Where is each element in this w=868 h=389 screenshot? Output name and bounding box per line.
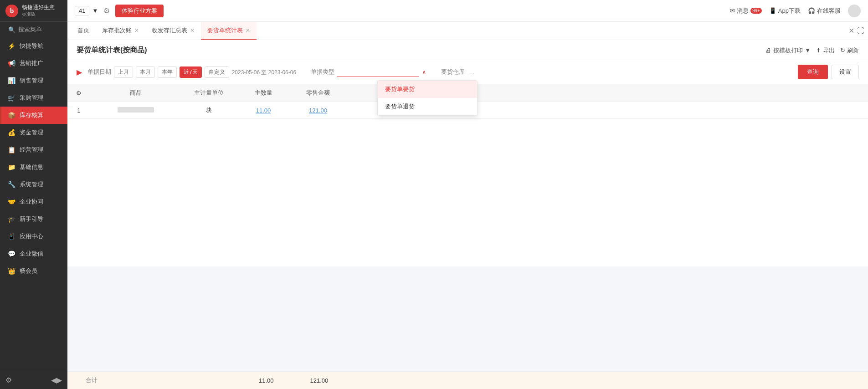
tab-recv-summary-label: 收发存汇总表 xyxy=(152,26,187,35)
operations-icon: 📋 xyxy=(7,146,16,154)
expand-tab-btn[interactable]: ⛶ xyxy=(857,27,864,35)
row-amount[interactable]: 121.00 xyxy=(291,102,345,119)
filter-bar: ▶ 单据日期 上月 本月 本年 近7天 自定义 2023-05-06 至 202… xyxy=(67,60,868,84)
vip-icon: 👑 xyxy=(7,267,16,275)
query-btn[interactable]: 查询 xyxy=(798,65,828,79)
user-avatar[interactable] xyxy=(848,5,861,17)
sidebar-item-finance[interactable]: 💰 资金管理 xyxy=(0,124,67,141)
sidebar-item-wechat[interactable]: 💬 企业微信 xyxy=(0,245,67,262)
sidebar-item-marketing[interactable]: 📢 营销推广 xyxy=(0,55,67,72)
messages-btn[interactable]: ✉ 消息 99+ xyxy=(730,7,762,15)
footer-quantity: 11.00 xyxy=(259,377,274,384)
trial-btn[interactable]: 体验行业方案 xyxy=(115,5,164,17)
filter-toggle-btn[interactable]: ▶ xyxy=(77,68,82,77)
sidebar-item-label: 营销推广 xyxy=(20,59,43,67)
service-icon: 🎧 xyxy=(808,7,815,14)
sidebar-item-sales[interactable]: 📊 销售管理 xyxy=(0,72,67,89)
type-label: 单据类型 xyxy=(311,68,334,76)
col-goods: 商品 xyxy=(90,84,181,102)
col-quantity: 主数量 xyxy=(236,84,291,102)
quantity-link[interactable]: 11.00 xyxy=(256,107,271,114)
warehouse-more-icon[interactable]: ... xyxy=(469,69,474,76)
type-dropdown-popup: 要货单要货 要货单退货 xyxy=(377,80,478,116)
date-label: 单据日期 xyxy=(87,68,111,76)
store-selector[interactable]: 41 ▼ xyxy=(75,6,98,15)
date-this-month-btn[interactable]: 本月 xyxy=(136,67,155,78)
footer-amount: 121.00 xyxy=(310,377,329,384)
tab-recv-summary[interactable]: 收发存汇总表 ✕ xyxy=(145,22,201,40)
row-goods xyxy=(90,102,181,119)
type-select-input[interactable] xyxy=(337,67,419,77)
print-icon: 🖨 xyxy=(765,47,771,54)
date-last-month-btn[interactable]: 上月 xyxy=(114,67,133,78)
sidebar-item-label: 库存核算 xyxy=(20,111,43,119)
dropdown-option-1[interactable]: 要货单退货 xyxy=(378,98,477,115)
sidebar-search[interactable]: 🔍 搜索菜单 xyxy=(0,22,67,37)
tab-recv-summary-close[interactable]: ✕ xyxy=(190,27,195,34)
tab-order-stats-close[interactable]: ✕ xyxy=(246,27,250,34)
sidebar-item-label: 企业协同 xyxy=(20,198,43,206)
messages-label: 消息 xyxy=(737,7,749,15)
sidebar-item-inventory[interactable]: 📦 库存核算 xyxy=(0,107,67,124)
tab-inventory-batch-close[interactable]: ✕ xyxy=(134,27,139,34)
sidebar-item-label: 基础信息 xyxy=(20,163,43,171)
sidebar-item-quick-nav[interactable]: ⚡ 快捷导航 xyxy=(0,37,67,55)
date-custom-btn[interactable]: 自定义 xyxy=(205,67,229,78)
refresh-btn[interactable]: ↻ 刷新 xyxy=(840,46,859,55)
sales-icon: 📊 xyxy=(7,77,16,84)
sidebar-item-cooperation[interactable]: 🤝 企业协同 xyxy=(0,193,67,210)
settings-footer-icon[interactable]: ⚙ xyxy=(5,376,12,384)
store-number: 41 xyxy=(75,6,89,15)
row-quantity[interactable]: 11.00 xyxy=(236,102,291,119)
basic-icon: 📁 xyxy=(7,164,16,171)
logo-text: 畅捷通好生意 xyxy=(22,4,55,11)
app-download-btn[interactable]: 📱 App下载 xyxy=(769,7,801,15)
date-this-year-btn[interactable]: 本年 xyxy=(158,67,177,78)
sidebar-item-apps[interactable]: 📱 应用中心 xyxy=(0,228,67,245)
tab-inventory-batch-label: 库存批次账 xyxy=(102,26,132,35)
page-header: 要货单统计表(按商品) 🖨 按模板打印 ▼ ⬆ 导出 ↻ 刷新 xyxy=(67,40,868,60)
app-download-label: App下载 xyxy=(778,7,801,15)
type-dropdown-arrow[interactable]: ∧ xyxy=(422,69,426,76)
filter-settings-btn[interactable]: 设置 xyxy=(832,65,859,79)
sidebar-search-label: 搜索菜单 xyxy=(18,26,42,34)
tab-inventory-batch[interactable]: 库存批次账 ✕ xyxy=(96,22,145,40)
col-unit: 主计量单位 xyxy=(181,84,236,102)
tab-order-stats[interactable]: 要货单统计表 ✕ xyxy=(201,22,257,40)
print-btn[interactable]: 🖨 按模板打印 ▼ xyxy=(765,46,811,55)
purchase-icon: 🛒 xyxy=(7,94,16,102)
close-all-tabs-btn[interactable]: ✕ xyxy=(848,26,854,35)
online-service-label: 在线客服 xyxy=(817,7,841,15)
sidebar-item-vip[interactable]: 👑 畅会员 xyxy=(0,262,67,280)
wechat-icon: 💬 xyxy=(7,250,16,257)
dropdown-option-0[interactable]: 要货单要货 xyxy=(378,81,477,98)
date-last-7days-btn[interactable]: 近7天 xyxy=(180,67,202,78)
sidebar-item-system[interactable]: 🔧 系统管理 xyxy=(0,176,67,193)
sidebar-item-label: 系统管理 xyxy=(20,180,43,189)
sidebar-item-guide[interactable]: 🎓 新手引导 xyxy=(0,210,67,228)
footer-label: 合计 xyxy=(86,376,177,384)
collapse-icon[interactable]: ◀▶ xyxy=(51,376,62,384)
main-area: 41 ▼ ⚙ 体验行业方案 ✉ 消息 99+ 📱 App下载 🎧 在线客服 xyxy=(67,0,868,389)
apps-icon: 📱 xyxy=(7,233,16,240)
sidebar-item-purchase[interactable]: 🛒 采购管理 xyxy=(0,89,67,107)
refresh-icon: ↻ xyxy=(840,47,845,54)
warehouse-filter-group: 要货仓库 ... xyxy=(441,68,474,76)
message-icon: ✉ xyxy=(730,7,735,14)
tab-home[interactable]: 首页 xyxy=(71,22,96,40)
online-service-btn[interactable]: 🎧 在线客服 xyxy=(808,7,841,15)
sidebar-item-basic[interactable]: 📁 基础信息 xyxy=(0,159,67,176)
sidebar-item-operations[interactable]: 📋 经营管理 xyxy=(0,141,67,159)
page-title: 要货单统计表(按商品) xyxy=(77,46,147,55)
search-icon: 🔍 xyxy=(8,26,15,33)
warehouse-label: 要货仓库 xyxy=(441,68,465,76)
sidebar-item-label: 资金管理 xyxy=(20,128,43,137)
tab-home-label: 首页 xyxy=(77,26,89,35)
sidebar-item-label: 经营管理 xyxy=(20,146,43,154)
topbar-settings-icon[interactable]: ⚙ xyxy=(103,6,110,15)
amount-link[interactable]: 121.00 xyxy=(309,107,327,114)
table-settings-icon[interactable]: ⚙ xyxy=(76,90,82,97)
quick-nav-icon: ⚡ xyxy=(7,42,16,50)
sidebar-item-label: 销售管理 xyxy=(20,77,43,85)
export-btn[interactable]: ⬆ 导出 xyxy=(816,46,835,55)
